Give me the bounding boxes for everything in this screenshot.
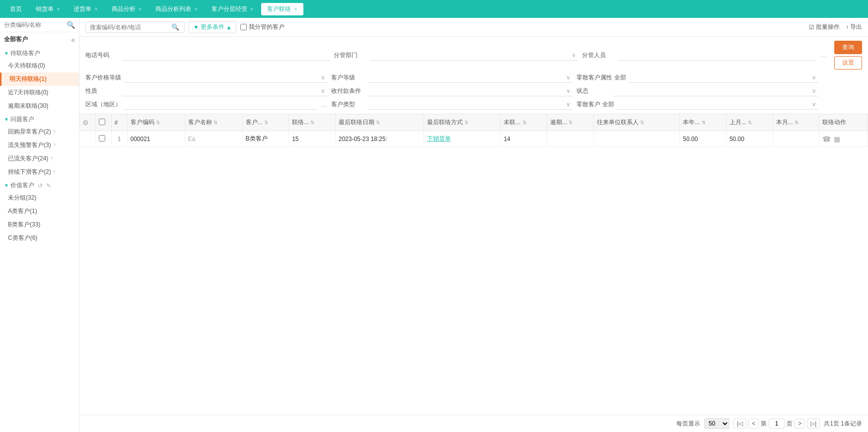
filter-price-grade-select[interactable]: ∨ [123,72,327,83]
action-grid-icon[interactable]: ▦ [834,135,840,143]
sort-this-year-icon[interactable]: ⇅ [702,120,706,125]
table-row: 1 000021 Ea B类客户 15 2023-05-23 18:25: 下销… [79,131,868,147]
pagination: 每页显示 50 10 20 100 |◁ < 第 页 > ▷| 共1页 1条记录 [79,415,868,432]
filter-person: 分管人员 … [582,50,826,61]
nav-customer-contact[interactable]: 客户联络 × [261,3,303,15]
help-icon-2[interactable]: ? [50,156,53,162]
export-btn[interactable]: ↑ 导出 [846,23,862,31]
col-name: 客户名称 ⇅ [185,114,242,131]
sort-this-month-icon[interactable]: ⇅ [795,120,798,125]
sort-un-contact-icon[interactable]: ⇅ [522,120,526,125]
value-refresh-icon[interactable]: ↺ [38,182,43,189]
col-contact: 联络... ⇅ [289,114,336,131]
filter-status-select[interactable]: ∨ [613,86,818,96]
next-page-btn[interactable]: > [795,419,805,429]
settings-icon[interactable]: ⚙ [82,119,89,127]
last-method-link[interactable]: 下销货单 [427,135,451,142]
search-icon[interactable]: 🔍 [171,23,179,31]
close-customer-tier-icon[interactable]: × [250,6,253,12]
help-icon-3[interactable]: ? [53,169,56,175]
sidebar-item-loss-warning[interactable]: 流失预警客户(3) ? [0,139,79,152]
set-button[interactable]: 设置 [834,56,862,70]
sidebar-item-7days[interactable]: 近7天待联络(0) [0,86,79,99]
select-all-checkbox[interactable] [99,119,105,125]
my-customers-checkbox[interactable] [240,24,247,30]
sidebar-item-ungrouped[interactable]: 未分组(32) [0,191,79,205]
filter-retail-customer-select[interactable]: ∨ [616,99,818,110]
sidebar-search-icon[interactable]: 🔍 [67,21,75,29]
sidebar-search-box: 🔍 [0,18,79,32]
sidebar-item-declining[interactable]: 持续下滑客户(2) ? [0,165,79,179]
page-num-input[interactable] [769,419,785,429]
action-phone-icon[interactable]: ☎ [822,135,831,143]
nav-customer-tier[interactable]: 客户分层经营 × [206,3,259,15]
dept-chevron-icon: ∨ [572,52,576,59]
close-customer-contact-icon[interactable]: × [294,6,297,12]
sort-last-date-icon[interactable]: ⇅ [376,120,380,125]
col-un-contact: 未联... ⇅ [501,114,547,131]
filter-retail-attr-select[interactable]: ∨ [628,72,818,83]
filter-person-input[interactable] [619,50,816,61]
sort-code-icon[interactable]: ⇅ [156,120,160,125]
sort-type-icon[interactable]: ⇅ [264,120,268,125]
sort-last-method-icon[interactable]: ⇅ [464,120,468,125]
col-overdue: 逾期... ⇅ [547,114,593,131]
close-purchase-icon[interactable]: × [94,6,97,12]
all-customers-header[interactable]: 全部客户 « [0,32,79,47]
filter-row-4: 区域（地区） … 客户类型 ∨ 零散客户 全部 ∨ [85,99,862,110]
sidebar-item-today[interactable]: 今天待联络(0) [0,59,79,72]
filter-dept-select[interactable]: ∨ [370,50,578,61]
nav-home[interactable]: 首页 [4,3,28,15]
my-customers-checkbox-area: 我分管的客户 [240,23,285,31]
help-icon-1[interactable]: ? [53,143,56,148]
sidebar-item-repurchase-abnormal[interactable]: 回购异常客户(2) ? [0,125,79,139]
region-dots-icon[interactable]: … [321,101,327,108]
sort-last-month-icon[interactable]: ⇅ [748,120,752,125]
filter-region-input[interactable] [123,99,317,110]
prev-page-btn[interactable]: < [748,419,759,429]
filter-payment-label: 收付款条件 [331,87,366,95]
filter-dept: 分管部门 ∨ [334,50,578,61]
sidebar-item-tomorrow[interactable]: 明天待联络(1) [0,72,79,86]
query-button[interactable]: 查询 [834,41,862,54]
nav-goods-analysis-list[interactable]: 商品分析列表 × [149,3,203,15]
sort-contact-person-icon[interactable]: ⇅ [640,120,644,125]
row-last-date-cell: 2023-05-23 18:25: [335,131,424,147]
filter-customer-grade-select[interactable]: ∨ [368,72,573,83]
nav-sales[interactable]: 销货单 × [30,3,66,15]
value-triangle-icon: ▼ [4,183,9,188]
more-conditions-btn[interactable]: ▼ 更多条件 ▲ [189,21,236,33]
sidebar-item-c-class[interactable]: C类客户(6) [0,231,79,245]
sort-name-icon[interactable]: ⇅ [214,120,217,125]
row-type-cell: B类客户 [242,131,289,147]
row-action-cell: ☎ ▦ [819,131,868,147]
value-edit-icon[interactable]: ✎ [46,182,51,189]
sidebar-item-a-class[interactable]: A类客户(1) [0,205,79,218]
close-goods-analysis-icon[interactable]: × [139,6,142,12]
close-sales-icon[interactable]: × [57,6,60,12]
row-checkbox[interactable] [99,135,105,142]
nav-purchase[interactable]: 进货单 × [68,3,103,15]
sidebar-item-overdue[interactable]: 逾期未联络(30) [0,99,79,113]
last-page-btn[interactable]: ▷| [807,419,820,429]
table-container: ⚙ # 客户编码 ⇅ 客户名称 ⇅ [79,114,868,415]
nav-goods-analysis[interactable]: 商品分析 × [106,3,147,15]
help-icon-0[interactable]: ? [53,129,56,135]
filter-nature-select[interactable]: ∨ [122,86,327,96]
sidebar-search-input[interactable] [4,21,65,28]
page-size-select[interactable]: 50 10 20 100 [704,418,729,429]
first-page-btn[interactable]: |◁ [733,419,746,429]
person-dots-icon[interactable]: … [820,52,826,59]
sort-contact-icon[interactable]: ⇅ [310,120,314,125]
sidebar-item-lost[interactable]: 已流失客户(24) ? [0,152,79,165]
search-input[interactable] [90,24,169,31]
close-goods-analysis-list-icon[interactable]: × [194,6,197,12]
filter-phone-input[interactable] [122,50,330,61]
batch-op-btn[interactable]: ☑ 批量操作 [809,23,840,31]
filter-retail-attr: 零散客户属性 全部 ∨ [577,72,818,83]
sidebar-item-b-class[interactable]: B类客户(33) [0,218,79,231]
toolbar-right: ☑ 批量操作 ↑ 导出 [809,23,862,31]
filter-payment-select[interactable]: ∨ [368,86,573,96]
filter-customer-type-select[interactable]: ∨ [368,99,573,110]
sort-overdue-icon[interactable]: ⇅ [569,120,573,125]
